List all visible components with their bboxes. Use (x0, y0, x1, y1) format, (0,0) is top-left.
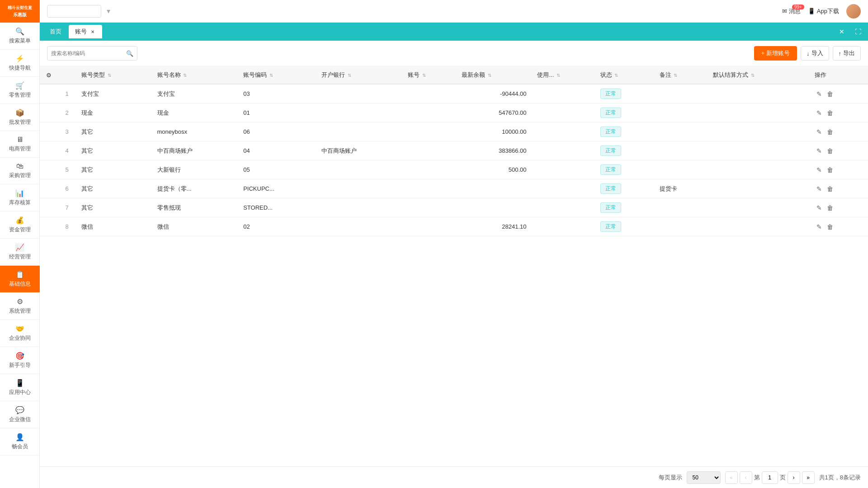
add-account-button[interactable]: + 新增账号 (754, 46, 797, 61)
app-download-button[interactable]: 📱 App下载 (808, 7, 839, 15)
th-usage[interactable]: 使用... ⇅ (532, 66, 594, 84)
sidebar-item-app-center[interactable]: 📱应用中心 (0, 374, 40, 401)
edit-button-5[interactable]: ✎ (815, 184, 824, 193)
sidebar-item-enterprise-wechat[interactable]: 💬企业微信 (0, 401, 40, 428)
last-page-button[interactable]: » (802, 471, 815, 484)
sidebar-item-search-menu[interactable]: 🔍搜索菜单 (0, 23, 40, 50)
th-settings[interactable]: ⚙ (40, 66, 58, 84)
export-button[interactable]: ↑ 导出 (833, 46, 861, 61)
sidebar-item-retail-manage[interactable]: 🛒零售管理 (0, 77, 40, 104)
tab-home-label: 首页 (50, 28, 61, 36)
delete-button-7[interactable]: 🗑 (825, 222, 835, 231)
sidebar-item-member[interactable]: 👤畅会员 (0, 428, 40, 455)
sidebar-item-purchase-manage[interactable]: 🛍采购管理 (0, 158, 40, 184)
edit-button-0[interactable]: ✎ (815, 89, 824, 99)
tab-accounts[interactable]: 账号 ✕ (69, 25, 102, 38)
next-page-button[interactable]: › (788, 471, 800, 484)
cell-remark-3 (654, 141, 708, 160)
sidebar-label-quick-nav: 快捷导航 (0, 64, 40, 72)
edit-button-1[interactable]: ✎ (815, 108, 824, 117)
th-name[interactable]: 账号名称 ⇅ (152, 66, 238, 84)
th-bank[interactable]: 开户银行 ⇅ (316, 66, 402, 84)
import-button[interactable]: ↓ 导入 (801, 46, 829, 61)
tab-home[interactable]: 首页 (43, 25, 68, 38)
toolbar: 🔍 + 新增账号 ↓ 导入 ↑ 导出 (40, 41, 868, 66)
logo-text-line1: 精斗云财生意 (8, 5, 32, 11)
sort-icon-usage: ⇅ (557, 73, 560, 78)
th-default-settlement[interactable]: 默认结算方式 ⇅ (708, 66, 809, 84)
sidebar-item-enterprise-agreement[interactable]: 🤝企业协同 (0, 320, 40, 347)
th-code[interactable]: 账号编码 ⇅ (238, 66, 316, 84)
edit-button-7[interactable]: ✎ (815, 222, 824, 231)
delete-button-4[interactable]: 🗑 (825, 165, 835, 174)
cell-name-3: 中百商场账户 (152, 141, 238, 160)
top-chevron-icon[interactable]: ▾ (107, 7, 110, 15)
sidebar-item-quick-nav[interactable]: ⚡快捷导航 (0, 50, 40, 77)
sidebar-item-wholesale-manage[interactable]: 📦批发管理 (0, 104, 40, 131)
top-header: ▾ ✉ 消息 99+ 📱 App下载 (40, 0, 868, 23)
status-badge-6: 正常 (600, 202, 621, 213)
cell-code-1: 01 (238, 103, 316, 122)
first-page-button[interactable]: « (725, 471, 738, 484)
cell-status-5: 正常 (595, 179, 654, 198)
tab-accounts-close[interactable]: ✕ (90, 28, 96, 35)
cell-type-4: 其它 (76, 160, 152, 179)
export-label: 导出 (843, 49, 855, 57)
cell-num-2: 3 (58, 122, 76, 141)
search-input[interactable] (51, 50, 126, 56)
cell-default-settlement-7 (708, 217, 809, 236)
search-icon[interactable]: 🔍 (126, 50, 133, 57)
tab-close-all-button[interactable]: ✕ (835, 25, 848, 38)
edit-button-3[interactable]: ✎ (815, 146, 824, 155)
top-search-input[interactable] (47, 5, 101, 18)
sidebar-item-system-manage[interactable]: ⚙系统管理 (0, 293, 40, 320)
prev-page-button[interactable]: ‹ (740, 471, 752, 484)
page-size-select[interactable]: 50 100 200 (687, 471, 721, 484)
th-type[interactable]: 账号类型 ⇅ (76, 66, 152, 84)
cell-type-3: 其它 (76, 141, 152, 160)
page-input[interactable] (762, 471, 778, 484)
sidebar-label-new-guide: 新手引导 (0, 361, 40, 369)
cell-account-6 (402, 198, 456, 217)
sidebar-item-new-guide[interactable]: 🎯新手引导 (0, 347, 40, 374)
delete-button-1[interactable]: 🗑 (825, 108, 835, 117)
cell-settings-4 (40, 160, 58, 179)
th-status[interactable]: 状态 ⇅ (595, 66, 654, 84)
table-row: 7 其它 零售抵现 STORED... 正常 ✎ 🗑 (40, 198, 868, 217)
sort-icon-type: ⇅ (108, 73, 111, 78)
message-button[interactable]: ✉ 消息 99+ (782, 7, 801, 15)
delete-button-5[interactable]: 🗑 (825, 184, 835, 193)
edit-button-2[interactable]: ✎ (815, 127, 824, 136)
sidebar-icon-enterprise-agreement: 🤝 (0, 324, 40, 333)
cell-action-3: ✎ 🗑 (809, 141, 868, 160)
tab-expand-button[interactable]: ⛶ (852, 25, 864, 38)
delete-button-6[interactable]: 🗑 (825, 203, 835, 212)
th-action: 操作 (809, 66, 868, 84)
main-area: ▾ ✉ 消息 99+ 📱 App下载 首页 账号 ✕ ✕ (40, 0, 868, 488)
delete-button-2[interactable]: 🗑 (825, 127, 835, 136)
th-account[interactable]: 账号 ⇅ (402, 66, 456, 84)
delete-button-0[interactable]: 🗑 (825, 89, 835, 99)
sidebar-item-basic-info[interactable]: 📋基础信息 (0, 266, 40, 293)
cell-default-settlement-5 (708, 179, 809, 198)
cell-balance-4: 500.00 (456, 160, 532, 179)
th-balance[interactable]: 最新余额 ⇅ (456, 66, 532, 84)
sidebar-item-operation-manage[interactable]: 📈经营管理 (0, 239, 40, 266)
sidebar-item-inventory-calc[interactable]: 📊库存核算 (0, 184, 40, 211)
cell-default-settlement-2 (708, 122, 809, 141)
edit-button-4[interactable]: ✎ (815, 165, 824, 174)
cell-code-7: 02 (238, 217, 316, 236)
cell-type-6: 其它 (76, 198, 152, 217)
sidebar-label-operation-manage: 经营管理 (0, 253, 40, 261)
top-header-right: ✉ 消息 99+ 📱 App下载 (782, 4, 861, 19)
logo-text-line2: 乐惠版 (13, 12, 27, 18)
sidebar-item-ecommerce-manage[interactable]: 🖥电商管理 (0, 131, 40, 158)
sort-icon-remark: ⇅ (674, 73, 677, 78)
edit-button-6[interactable]: ✎ (815, 203, 824, 212)
table-row: 6 其它 提货卡（零... PICKUPC... 正常 提货卡 ✎ 🗑 (40, 179, 868, 198)
sidebar-item-capital-manage[interactable]: 💰资金管理 (0, 211, 40, 239)
cell-account-7 (402, 217, 456, 236)
delete-button-3[interactable]: 🗑 (825, 146, 835, 155)
user-avatar[interactable] (846, 4, 861, 19)
th-remark[interactable]: 备注 ⇅ (654, 66, 708, 84)
